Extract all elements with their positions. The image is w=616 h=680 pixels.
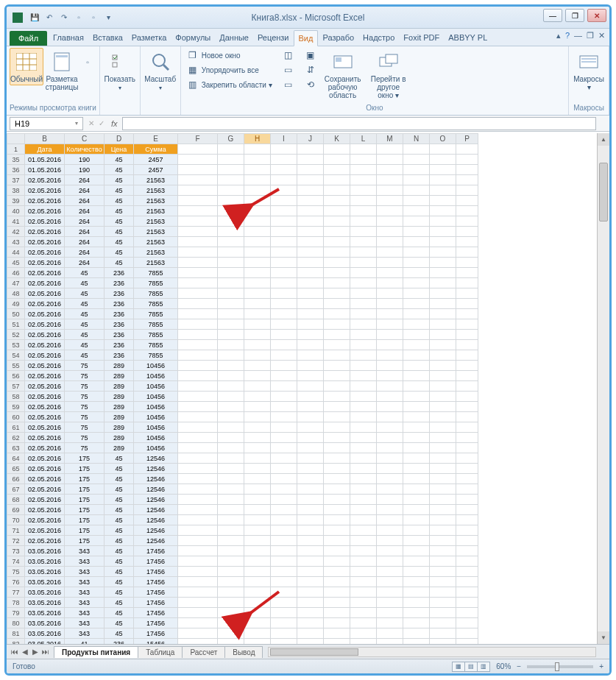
cell[interactable] xyxy=(244,381,271,392)
data-cell[interactable]: 02.05.2016 xyxy=(25,330,65,340)
cell[interactable] xyxy=(218,196,244,206)
cell[interactable] xyxy=(403,495,430,505)
cell[interactable] xyxy=(430,288,456,299)
cell[interactable] xyxy=(178,546,218,556)
cell[interactable] xyxy=(456,639,478,645)
cell[interactable] xyxy=(430,598,456,608)
cell[interactable] xyxy=(297,515,324,525)
arrange-all-button[interactable]: ▦Упорядочить все xyxy=(184,63,275,77)
cell[interactable] xyxy=(178,299,218,309)
column-header[interactable]: L xyxy=(350,134,377,144)
cell[interactable] xyxy=(271,185,297,196)
cell[interactable] xyxy=(218,639,244,645)
cell[interactable] xyxy=(403,402,430,412)
data-cell[interactable]: 21563 xyxy=(134,258,178,268)
row-header[interactable]: 75 xyxy=(7,567,25,577)
cell[interactable] xyxy=(350,495,377,505)
cell[interactable] xyxy=(456,299,478,309)
data-cell[interactable]: 343 xyxy=(65,546,105,556)
cell[interactable] xyxy=(350,278,377,288)
cell[interactable] xyxy=(178,536,218,546)
cell[interactable] xyxy=(324,247,350,258)
cell[interactable] xyxy=(456,392,478,402)
cell[interactable] xyxy=(218,258,244,268)
cell[interactable] xyxy=(244,464,271,474)
cell[interactable] xyxy=(377,247,403,258)
data-cell[interactable]: 175 xyxy=(65,515,105,525)
cell[interactable] xyxy=(350,412,377,422)
row-header[interactable]: 71 xyxy=(7,525,25,536)
cell[interactable] xyxy=(271,587,297,598)
cell[interactable] xyxy=(244,412,271,422)
data-cell[interactable]: 02.05.2016 xyxy=(25,433,65,443)
data-cell[interactable]: 45 xyxy=(105,618,134,628)
cell[interactable] xyxy=(456,350,478,361)
cell[interactable] xyxy=(456,412,478,422)
data-cell[interactable]: 343 xyxy=(65,577,105,587)
cell[interactable] xyxy=(178,443,218,453)
cell[interactable] xyxy=(178,361,218,371)
cell[interactable] xyxy=(297,608,324,618)
cell[interactable] xyxy=(244,330,271,340)
minimize-ribbon-icon[interactable]: ▴ xyxy=(556,31,561,40)
cell[interactable] xyxy=(403,422,430,433)
cell[interactable] xyxy=(244,340,271,350)
data-cell[interactable]: 175 xyxy=(65,495,105,505)
cell[interactable] xyxy=(271,196,297,206)
row-header[interactable]: 68 xyxy=(7,495,25,505)
cell[interactable] xyxy=(324,577,350,587)
cell[interactable] xyxy=(271,361,297,371)
cell[interactable] xyxy=(377,309,403,319)
data-cell[interactable]: 343 xyxy=(65,628,105,639)
cell[interactable] xyxy=(456,319,478,330)
cell[interactable] xyxy=(456,422,478,433)
cell[interactable] xyxy=(218,350,244,361)
cell[interactable] xyxy=(297,464,324,474)
cell[interactable] xyxy=(350,309,377,319)
row-header[interactable]: 74 xyxy=(7,556,25,567)
data-cell[interactable]: 03.05.2016 xyxy=(25,577,65,587)
cell[interactable] xyxy=(350,453,377,464)
column-header[interactable]: C xyxy=(65,134,105,144)
cell[interactable] xyxy=(456,330,478,340)
row-header[interactable]: 65 xyxy=(7,464,25,474)
data-cell[interactable]: 75 xyxy=(65,361,105,371)
data-cell[interactable]: 02.05.2016 xyxy=(25,361,65,371)
cell[interactable] xyxy=(403,258,430,268)
data-cell[interactable]: 175 xyxy=(65,474,105,484)
cell[interactable] xyxy=(297,175,324,185)
data-cell[interactable]: 02.05.2016 xyxy=(25,392,65,402)
cell[interactable] xyxy=(271,608,297,618)
data-cell[interactable]: 21563 xyxy=(134,216,178,227)
cell[interactable] xyxy=(324,525,350,536)
cell[interactable] xyxy=(271,299,297,309)
cell[interactable] xyxy=(297,536,324,546)
cell[interactable] xyxy=(456,196,478,206)
sheet-tab[interactable]: Вывод xyxy=(224,646,263,658)
data-cell[interactable]: 02.05.2016 xyxy=(25,371,65,381)
cell[interactable] xyxy=(324,628,350,639)
cell[interactable] xyxy=(271,330,297,340)
data-cell[interactable]: 75 xyxy=(65,381,105,392)
row-header[interactable]: 41 xyxy=(7,216,25,227)
data-cell[interactable]: 45 xyxy=(105,216,134,227)
cell[interactable] xyxy=(430,515,456,525)
data-cell[interactable]: 02.05.2016 xyxy=(25,258,65,268)
cell[interactable] xyxy=(456,247,478,258)
data-cell[interactable]: 02.05.2016 xyxy=(25,288,65,299)
data-cell[interactable]: 289 xyxy=(105,371,134,381)
cell[interactable] xyxy=(324,309,350,319)
cell[interactable] xyxy=(218,299,244,309)
cell[interactable] xyxy=(218,288,244,299)
data-cell[interactable]: 02.05.2016 xyxy=(25,278,65,288)
data-cell[interactable]: 264 xyxy=(65,185,105,196)
data-cell[interactable]: 02.05.2016 xyxy=(25,185,65,196)
data-cell[interactable]: 10456 xyxy=(134,381,178,392)
data-cell[interactable]: 7855 xyxy=(134,319,178,330)
cell[interactable] xyxy=(456,402,478,412)
column-header[interactable]: M xyxy=(377,134,403,144)
cell[interactable] xyxy=(178,371,218,381)
cell[interactable] xyxy=(377,278,403,288)
cell[interactable] xyxy=(244,546,271,556)
cell[interactable] xyxy=(271,350,297,361)
